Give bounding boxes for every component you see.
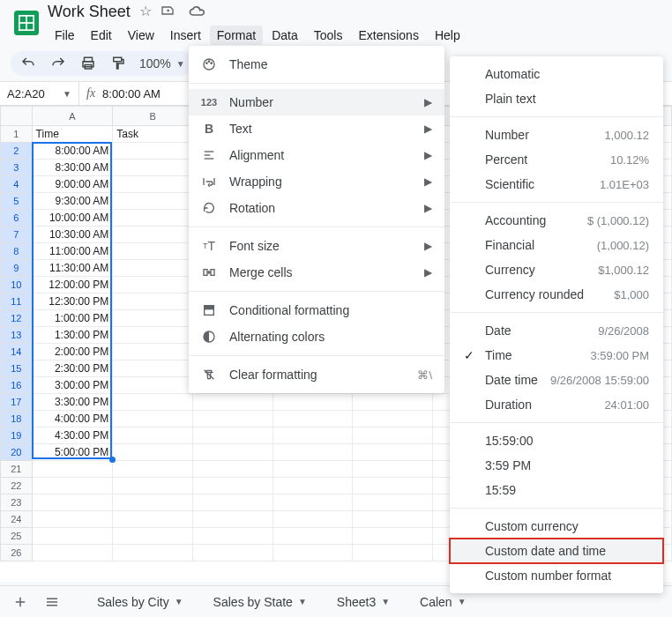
cell-B6[interactable]: [113, 210, 193, 227]
row-header-4[interactable]: 4: [1, 176, 33, 193]
cell-C25[interactable]: [193, 528, 273, 545]
col-header-B[interactable]: B: [113, 107, 193, 126]
sheet-tab-sales-by-city[interactable]: Sales by City▼: [90, 595, 190, 609]
format-menu-clear-formatting[interactable]: Clear formatting⌘\: [189, 361, 444, 388]
formula-value[interactable]: 8:00:00 AM: [102, 87, 161, 100]
cell-A25[interactable]: [32, 528, 113, 545]
cell-D22[interactable]: [273, 478, 352, 494]
cell-B3[interactable]: [113, 160, 193, 176]
number-format-custom-currency[interactable]: Custom currency: [450, 514, 663, 539]
menu-data[interactable]: Data: [265, 26, 305, 45]
cell-E26[interactable]: [353, 545, 432, 561]
cell-D17[interactable]: [273, 394, 352, 411]
cell-B23[interactable]: [113, 494, 193, 511]
menu-help[interactable]: Help: [428, 26, 467, 45]
cell-C19[interactable]: [193, 427, 273, 444]
cell-D26[interactable]: [273, 545, 352, 561]
format-menu-theme[interactable]: Theme: [189, 51, 444, 78]
cell-A11[interactable]: 12:30:00 PM: [32, 294, 113, 310]
row-header-8[interactable]: 8: [1, 243, 33, 260]
cell-B11[interactable]: [113, 294, 193, 310]
cell-B14[interactable]: [113, 344, 193, 361]
format-menu-wrapping[interactable]: Wrapping▶: [189, 168, 444, 195]
cell-B17[interactable]: [113, 394, 193, 411]
cell-E25[interactable]: [353, 528, 432, 545]
selection-handle[interactable]: [109, 457, 116, 463]
row-header-12[interactable]: 12: [1, 310, 33, 327]
row-header-10[interactable]: 10: [1, 277, 33, 294]
format-menu-alternating-colors[interactable]: Alternating colors: [189, 323, 444, 350]
row-header-16[interactable]: 16: [1, 377, 33, 394]
cell-A24[interactable]: [32, 511, 113, 528]
undo-icon[interactable]: [19, 55, 37, 72]
cell-A22[interactable]: [32, 478, 113, 494]
cell-E19[interactable]: [353, 427, 432, 444]
menu-edit[interactable]: Edit: [84, 26, 119, 45]
cloud-icon[interactable]: [188, 2, 205, 22]
number-format-time[interactable]: ✓Time3:59:00 PM: [450, 343, 663, 368]
cell-B2[interactable]: [113, 143, 193, 160]
cell-A16[interactable]: 3:00:00 PM: [32, 377, 113, 394]
cell-C22[interactable]: [193, 478, 273, 494]
number-format-3:59-pm[interactable]: 3:59 PM: [450, 453, 663, 478]
format-menu-text[interactable]: BText▶: [189, 115, 444, 142]
row-header-15[interactable]: 15: [1, 361, 33, 377]
cell-A20[interactable]: 5:00:00 PM: [32, 444, 113, 461]
number-format-15:59[interactable]: 15:59: [450, 478, 663, 502]
format-menu-number[interactable]: 123Number▶: [189, 89, 444, 115]
cell-C21[interactable]: [193, 461, 273, 478]
cell-D18[interactable]: [273, 411, 352, 427]
zoom-select[interactable]: 100%▼: [139, 56, 185, 71]
number-format-15:59:00[interactable]: 15:59:00: [450, 428, 663, 453]
cell-C23[interactable]: [193, 494, 273, 511]
cell-A15[interactable]: 2:30:00 PM: [32, 361, 113, 377]
cell-E17[interactable]: [353, 394, 432, 411]
cell-A4[interactable]: 9:00:00 AM: [32, 176, 113, 193]
menu-file[interactable]: File: [48, 26, 82, 45]
cell-D25[interactable]: [273, 528, 352, 545]
cell-B26[interactable]: [113, 545, 193, 561]
print-icon[interactable]: [79, 55, 97, 72]
cell-B10[interactable]: [113, 277, 193, 294]
number-format-scientific[interactable]: Scientific1.01E+03: [450, 172, 663, 197]
cell-A9[interactable]: 11:30:00 AM: [32, 260, 113, 277]
cell-A19[interactable]: 4:30:00 PM: [32, 427, 113, 444]
number-format-number[interactable]: Number1,000.12: [450, 123, 663, 147]
row-header-23[interactable]: 23: [1, 494, 33, 511]
number-format-duration[interactable]: Duration24:01:00: [450, 392, 663, 417]
chevron-down-icon[interactable]: ▼: [175, 597, 183, 606]
cell-B19[interactable]: [113, 427, 193, 444]
format-menu-merge-cells[interactable]: Merge cells▶: [189, 259, 444, 286]
number-format-percent[interactable]: Percent10.12%: [450, 147, 663, 172]
cell-A23[interactable]: [32, 494, 113, 511]
row-header-9[interactable]: 9: [1, 260, 33, 277]
cell-D23[interactable]: [273, 494, 352, 511]
cell-A6[interactable]: 10:00:00 AM: [32, 210, 113, 227]
select-all-corner[interactable]: [1, 107, 33, 126]
cell-B8[interactable]: [113, 243, 193, 260]
cell-D20[interactable]: [273, 444, 352, 461]
cell-C17[interactable]: [193, 394, 273, 411]
add-sheet-button[interactable]: [9, 591, 32, 613]
row-header-24[interactable]: 24: [1, 511, 33, 528]
row-header-2[interactable]: 2: [1, 143, 33, 160]
number-format-plain-text[interactable]: Plain text: [450, 86, 663, 111]
all-sheets-button[interactable]: [41, 591, 63, 613]
cell-A14[interactable]: 2:00:00 PM: [32, 344, 113, 361]
menu-tools[interactable]: Tools: [307, 26, 350, 45]
cell-A5[interactable]: 9:30:00 AM: [32, 193, 113, 210]
row-header-20[interactable]: 20: [1, 444, 33, 461]
cell-B4[interactable]: [113, 176, 193, 193]
row-header-25[interactable]: 25: [1, 528, 33, 545]
number-format-currency[interactable]: Currency$1,000.12: [450, 257, 663, 282]
cell-C26[interactable]: [193, 545, 273, 561]
row-header-17[interactable]: 17: [1, 394, 33, 411]
doc-title[interactable]: Work Sheet: [48, 4, 131, 19]
row-header-22[interactable]: 22: [1, 478, 33, 494]
cell-D21[interactable]: [273, 461, 352, 478]
cell-D19[interactable]: [273, 427, 352, 444]
cell-B13[interactable]: [113, 327, 193, 344]
row-header-6[interactable]: 6: [1, 210, 33, 227]
number-format-accounting[interactable]: Accounting$ (1,000.12): [450, 208, 663, 233]
row-header-5[interactable]: 5: [1, 193, 33, 210]
